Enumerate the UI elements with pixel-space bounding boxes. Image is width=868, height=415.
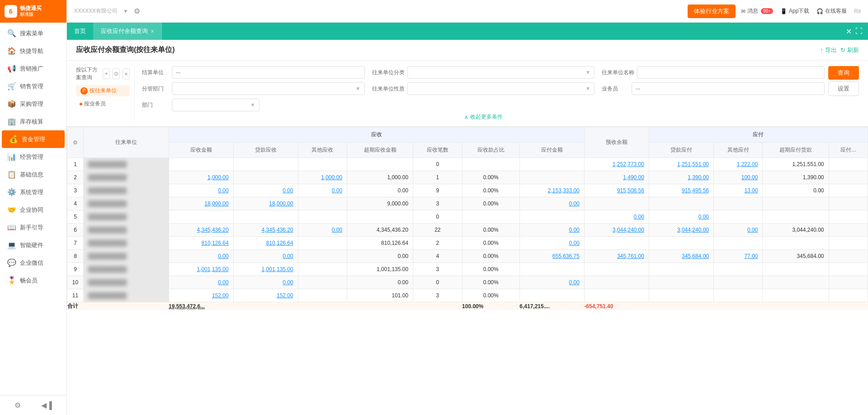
sidebar-item-marketing[interactable]: 📢 营销推广 <box>0 60 66 77</box>
sidebar-item-collab[interactable]: 🤝 企业协同 <box>0 201 66 219</box>
th-ar-loan: 贷款应收 <box>233 143 298 158</box>
marketing-icon: 📢 <box>7 64 16 73</box>
sidebar-item-hardware[interactable]: 💻 智能硬件 <box>0 236 66 254</box>
partner-name-group: 往来单位名称 <box>602 66 825 79</box>
tab-home-label: 首页 <box>74 27 86 35</box>
app-download-button[interactable]: 📱 App下载 <box>780 7 809 15</box>
refresh-button[interactable]: ↻ 刷新 <box>840 46 859 54</box>
partner-nature-group: 往来单位性质 ▼ <box>372 82 595 95</box>
sidebar-item-basic[interactable]: 📋 基础信息 <box>0 166 66 183</box>
footer-ar-loan <box>233 302 298 310</box>
table-row: 2██████████1,000.001,000.001,000.0010.00… <box>67 171 868 184</box>
table-row: 1██████████01,252,773.001,251,551.001,22… <box>67 158 868 171</box>
settings-button[interactable]: 设置 <box>828 81 859 96</box>
sidebar-item-guide[interactable]: 📖 新手引导 <box>0 219 66 236</box>
hardware-icon: 💻 <box>7 241 16 249</box>
footer-ap-other <box>714 302 763 310</box>
partner-name: ██████████ <box>84 276 169 289</box>
member-icon: 🎖️ <box>7 276 16 285</box>
filter-row-1: 结算单位 ··· 往来单位分类 ▼ <box>142 66 825 79</box>
tab-ar-ap[interactable]: 应收应付余额查询 × <box>94 23 162 40</box>
page-header: 应收应付余额查询(按往来单位) ↑ 导出 ↻ 刷新 <box>67 40 868 61</box>
user-name: Rit <box>854 8 861 14</box>
th-ar-overdue: 超期应收金额 <box>347 143 413 158</box>
salesperson-group: 业务员 ··· <box>602 82 825 95</box>
partner-name-label: 往来单位名称 <box>602 69 634 76</box>
export-button[interactable]: ↑ 导出 <box>821 46 837 54</box>
tab-home[interactable]: 首页 <box>67 23 94 40</box>
query-button[interactable]: 查询 <box>828 66 859 80</box>
staff-scheme-dot <box>80 103 82 105</box>
settlement-unit-input[interactable]: ··· <box>172 66 365 79</box>
message-icon: ✉ <box>741 8 745 14</box>
partner-nature-label: 往来单位性质 <box>372 85 405 93</box>
service-icon: 🎧 <box>816 8 823 14</box>
filter-row-3: 部门 ▼ <box>142 99 825 111</box>
purchase-icon: 📦 <box>7 100 16 108</box>
sidebar-item-operation[interactable]: 📊 经营管理 <box>0 148 66 166</box>
sidebar-item-system[interactable]: ⚙️ 系统管理 <box>0 183 66 201</box>
sidebar-item-member[interactable]: 🎖️ 畅会员 <box>0 272 66 289</box>
collapse-icon: ∧ <box>464 114 468 120</box>
customer-service-button[interactable]: 🎧 在线客服 <box>816 7 847 15</box>
sidebar-item-finance[interactable]: 💰 资金管理 <box>2 130 65 148</box>
tab-close-all-icon[interactable]: ✕ <box>846 27 852 36</box>
footer-ar-count <box>413 302 462 310</box>
footer-label: 合计 <box>67 302 169 310</box>
app-logo: 6 畅捷通买 标准版 <box>0 0 66 23</box>
sidebar-item-sales[interactable]: 🛒 销售管理 <box>0 77 66 95</box>
footer-ap-more <box>829 302 868 310</box>
messages-button[interactable]: ✉ 消息 99+ <box>741 7 773 15</box>
footer-ar-total[interactable]: 19,553,472,6... <box>169 302 233 310</box>
partner-category-input[interactable]: ▼ <box>407 66 595 79</box>
messages-badge: 99+ <box>761 8 773 14</box>
partner-name: ██████████ <box>84 158 169 171</box>
table-row: 9██████████1,001,135.001,001,135.001,001… <box>67 263 868 276</box>
table-row: 3██████████0.000.000.000.0090.00%2,153,3… <box>67 184 868 197</box>
tab-fullscreen-icon[interactable]: ⛶ <box>855 27 863 35</box>
tab-bar-controls: ✕ ⛶ <box>840 23 868 40</box>
breadcrumb: XXXXXX有限公司 <box>74 7 118 15</box>
th-ap-group: 应付 <box>649 127 868 143</box>
table-settings-icon[interactable]: ⚙ <box>73 139 78 146</box>
partner-scheme-icon: P <box>80 87 88 95</box>
settlement-unit-dots: ··· <box>176 69 180 76</box>
filter-row-2: 分管部门 ▼ 往来单位性质 ▼ <box>142 82 825 95</box>
partner-nature-input[interactable]: ▼ <box>407 82 595 95</box>
settlement-unit-group: 结算单位 ··· <box>142 66 365 79</box>
wechat-icon: 💬 <box>7 258 16 267</box>
filter-scheme-by-staff[interactable]: 按业务员 <box>76 98 130 110</box>
promo-button[interactable]: 体验行业方案 <box>688 5 736 18</box>
logo-icon: 6 <box>5 5 17 18</box>
sidebar-collapse-button[interactable]: ◀▐ <box>41 401 52 410</box>
sidebar-settings-button[interactable]: ⚙ <box>14 401 21 410</box>
filter-settings-button[interactable]: ⊙ <box>113 68 120 79</box>
tab-close-icon[interactable]: × <box>151 28 154 34</box>
filter-collapse-button[interactable]: « <box>123 68 130 79</box>
th-ar-group: 应收 <box>169 127 584 143</box>
sidebar-item-wechat[interactable]: 💬 企业微信 <box>0 254 66 272</box>
partner-name: ██████████ <box>84 289 169 302</box>
collapse-button[interactable]: ∧ 收起更多条件 <box>142 113 825 121</box>
sidebar-item-inventory[interactable]: 🏢 库存核算 <box>0 113 66 130</box>
filter-scheme-by-partner[interactable]: P 按往来单位 <box>76 85 130 96</box>
sidebar-item-purchase[interactable]: 📦 采购管理 <box>0 95 66 113</box>
salesperson-input[interactable]: ··· <box>632 82 825 95</box>
tab-bar: 首页 应收应付余额查询 × ✕ ⛶ <box>67 23 868 40</box>
sidebar-item-quicknav[interactable]: 🏠 快捷导航 <box>0 42 66 60</box>
th-partner: 往来单位 <box>84 127 169 158</box>
footer-ar-prepay: 6,417,215.... <box>519 302 584 310</box>
settlement-unit-label: 结算单位 <box>142 69 169 76</box>
app-version: 标准版 <box>20 11 42 18</box>
partner-name-input[interactable] <box>637 66 825 79</box>
sidebar-item-search[interactable]: 🔍 搜索菜单 <box>0 24 66 42</box>
filter-add-button[interactable]: + <box>103 68 110 79</box>
table-row: 7██████████810,126.64810,126.64810,126.6… <box>67 237 868 250</box>
header-settings-icon[interactable]: ⚙ <box>134 7 140 15</box>
dept-manager-input[interactable]: ▼ <box>172 82 365 95</box>
tab-ar-ap-label: 应收应付余额查询 <box>101 27 148 35</box>
dept-group: 部门 ▼ <box>142 99 259 111</box>
dept-input[interactable]: ▼ <box>172 99 259 111</box>
partner-category-label: 往来单位分类 <box>372 69 405 76</box>
dept-manager-label: 分管部门 <box>142 85 169 93</box>
